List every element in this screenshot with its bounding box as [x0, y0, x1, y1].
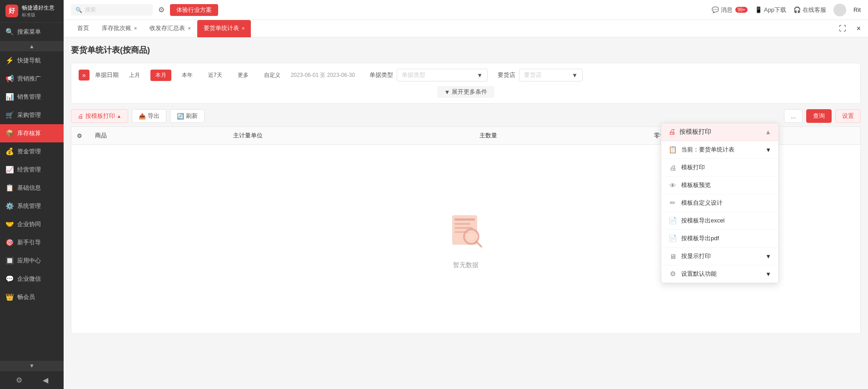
page-content: 要货单统计表(按商品) » 单据日期 上月 本月 本年 近7天 更多 自定义 2… [64, 37, 868, 389]
template-print-item[interactable]: 🖨 模板打印 [661, 159, 778, 177]
type-select[interactable]: 单据类型 ▼ [397, 69, 488, 81]
default-fn-arrow: ▼ [765, 271, 771, 278]
tab-bar: 首页 库存批次账 × 收发存汇总表 × 要货单统计表 × × ⛶ [64, 20, 868, 37]
online-service-button[interactable]: 🎧 在线客服 [793, 6, 826, 14]
template-excel-icon: 📄 [668, 217, 677, 225]
sidebar-item-sales[interactable]: 📊 销售管理 [0, 88, 64, 106]
export-button[interactable]: 📤 导出 [132, 109, 166, 123]
purchase-icon: 🛒 [5, 111, 14, 119]
date-label: 单据日期 [95, 71, 119, 79]
svg-point-7 [468, 233, 475, 240]
sidebar-item-guide[interactable]: 🎯 新手引导 [0, 233, 64, 252]
headset-icon: 🎧 [793, 6, 801, 13]
query-button[interactable]: 查询 [806, 109, 832, 123]
template-pdf-item[interactable]: 📄 按模板导出pdf [661, 230, 778, 248]
logo-text: 畅捷通好生意 标准版 [22, 5, 55, 18]
date-btn-this-month[interactable]: 本月 [150, 70, 171, 81]
search-menu[interactable]: 🔍 搜索菜单 [0, 23, 64, 41]
template-excel-item[interactable]: 📄 按模板导出excel [661, 212, 778, 230]
nav-list: ⚡ 快捷导航 📢 营销推广 📊 销售管理 🛒 采购管理 📦 库存核算 💰 资金管… [0, 51, 64, 361]
date-btn-custom[interactable]: 自定义 [259, 70, 285, 81]
sidebar-item-apps[interactable]: 🔲 应用中心 [0, 252, 64, 270]
inventory-icon: 📦 [5, 129, 14, 137]
template-preview-icon: 👁 [668, 182, 677, 189]
svg-rect-2 [454, 223, 470, 225]
search-icon: 🔍 [5, 28, 14, 36]
sidebar-item-basic[interactable]: 📋 基础信息 [0, 179, 64, 197]
table-header-settings[interactable]: ⚙ [71, 127, 90, 145]
refresh-button[interactable]: 🔄 刷新 [170, 109, 205, 123]
date-btn-7days[interactable]: 近7天 [203, 70, 227, 81]
marketing-icon: 📢 [5, 75, 14, 83]
default-fn-icon: ⚙ [668, 270, 677, 278]
main-area: 🔍 搜索 ⚙ 体验行业方案 💬 消息 99+ 📱 App下载 🎧 在线客服 Ri… [64, 0, 868, 389]
filter-expand-button[interactable]: » [79, 70, 90, 81]
sidebar-item-operations[interactable]: 📈 经营管理 [0, 161, 64, 179]
date-btn-more[interactable]: 更多 [233, 70, 254, 81]
print-template-button[interactable]: 🖨 按模板打印 ▲ [71, 109, 128, 123]
date-range: 2023-06-01 至 2023-06-30 [291, 71, 355, 79]
trial-button[interactable]: 体验行业方案 [170, 4, 218, 16]
tab-order-stats[interactable]: 要货单统计表 × [197, 20, 251, 37]
display-print-item[interactable]: 🖥 按显示打印 ▼ [661, 248, 778, 265]
default-fn-item[interactable]: ⚙ 设置默认功能 ▼ [661, 265, 778, 283]
tag-select-arrow: ▼ [572, 72, 578, 79]
display-print-icon: 🖥 [668, 253, 677, 260]
sidebar-item-wechat[interactable]: 💬 企业微信 [0, 270, 64, 288]
sidebar-item-collab[interactable]: 🤝 企业协同 [0, 215, 64, 233]
current-template-item[interactable]: 📋 当前：要货单统计表 ▼ [661, 141, 778, 159]
more-button[interactable]: ... [784, 109, 803, 123]
avatar[interactable] [833, 4, 846, 16]
quick-nav-icon: ⚡ [5, 56, 14, 65]
topbar-search-icon: 🔍 [75, 7, 82, 13]
date-btn-this-year[interactable]: 本年 [177, 70, 198, 81]
tab-receivable-summary[interactable]: 收发存汇总表 × [143, 20, 197, 37]
type-select-arrow: ▼ [477, 72, 483, 79]
sidebar-item-member[interactable]: 👑 畅会员 [0, 288, 64, 306]
sidebar-item-inventory[interactable]: 📦 库存核算 [0, 124, 64, 142]
tag-select[interactable]: 要货店 ▼ [519, 69, 583, 81]
tab-close-receivable-summary[interactable]: × [188, 25, 190, 31]
display-print-arrow: ▼ [765, 253, 771, 260]
settings-button[interactable]: 设置 [835, 109, 861, 123]
collapse-icon[interactable]: ◀ [43, 376, 48, 384]
logo-icon: 好 [5, 5, 18, 17]
sidebar-item-system[interactable]: ⚙️ 系统管理 [0, 197, 64, 215]
type-label: 单据类型 [369, 71, 393, 79]
date-btn-last-month[interactable]: 上月 [124, 70, 145, 81]
guide-icon: 🎯 [5, 238, 14, 247]
topbar: 🔍 搜索 ⚙ 体验行业方案 💬 消息 99+ 📱 App下载 🎧 在线客服 Ri… [64, 0, 868, 20]
sidebar-item-finance[interactable]: 💰 资金管理 [0, 142, 64, 161]
dropdown-up-icon[interactable]: ▲ [765, 128, 771, 136]
maximize-button[interactable]: ⛶ [833, 20, 853, 37]
right-actions: ... 查询 设置 [784, 109, 861, 123]
template-custom-item[interactable]: ✏ 模板自定义设计 [661, 194, 778, 212]
topbar-gear-icon[interactable]: ⚙ [158, 5, 165, 14]
expand-more-icon: ▼ [444, 89, 450, 96]
username: Rit [853, 6, 861, 13]
message-button[interactable]: 💬 消息 99+ [712, 6, 748, 14]
expand-more-button[interactable]: ▼ 展开更多条件 [437, 86, 495, 98]
svg-line-6 [476, 242, 481, 247]
tab-close-inventory-batch[interactable]: × [134, 25, 137, 31]
empty-state-illustration [443, 208, 489, 254]
sidebar-item-marketing[interactable]: 📢 营销推广 [0, 70, 64, 88]
template-preview-item[interactable]: 👁 模板板预览 [661, 177, 778, 194]
wechat-icon: 💬 [5, 275, 14, 283]
tab-home[interactable]: 首页 [71, 20, 95, 37]
settings-footer-icon[interactable]: ⚙ [16, 376, 22, 384]
scroll-down[interactable]: ▼ [0, 361, 64, 371]
table-settings-icon[interactable]: ⚙ [77, 132, 82, 139]
topbar-search[interactable]: 🔍 搜索 [71, 4, 153, 15]
sidebar: 好 畅捷通好生意 标准版 🔍 搜索菜单 ▲ ⚡ 快捷导航 📢 营销推广 📊 销售… [0, 0, 64, 389]
sidebar-footer: ⚙ ◀ [0, 371, 64, 389]
app-download-button[interactable]: 📱 App下载 [755, 6, 786, 14]
tab-close-order-stats[interactable]: × [242, 25, 244, 31]
sidebar-item-purchase[interactable]: 🛒 采购管理 [0, 106, 64, 124]
template-pdf-icon: 📄 [668, 234, 677, 242]
tab-inventory-batch[interactable]: 库存批次账 × [95, 20, 143, 37]
basic-icon: 📋 [5, 184, 14, 192]
print-dropdown-menu: 🖨 按模板打印 ▲ 📋 当前：要货单统计表 ▼ 🖨 模板打印 [661, 123, 779, 283]
sidebar-item-quick-nav[interactable]: ⚡ 快捷导航 [0, 51, 64, 70]
scroll-up[interactable]: ▲ [0, 41, 64, 51]
